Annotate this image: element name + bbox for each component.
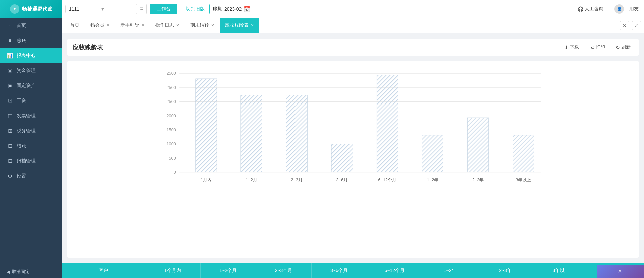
pin-icon: ◀	[7, 269, 10, 274]
divider	[609, 6, 609, 12]
calendar-icon[interactable]: 📅	[244, 6, 250, 12]
svg-text:3年以上: 3年以上	[516, 178, 531, 182]
col-6-12month: 6~12个月	[367, 263, 422, 278]
tab-oplog[interactable]: 操作日志 ✕	[150, 18, 185, 33]
sidebar-label-reports: 报表中心	[17, 53, 36, 59]
chevron-down-icon: ▼	[100, 6, 129, 12]
svg-rect-19	[241, 95, 262, 172]
page-header: 应收账龄表 ⬇ 下载 🖨 打印 ↻ 刷新	[67, 39, 639, 56]
table-header: 客户 1个月内 1~2个月 2~3个月 3~6个月 6~12个月 1~2年 2~…	[62, 263, 644, 278]
tab-period-end[interactable]: 期末结转 ✕	[185, 18, 220, 33]
sidebar-item-archive[interactable]: ⊟ 归档管理	[0, 153, 62, 168]
cancel-fixed-label: 取消固定	[12, 269, 30, 275]
svg-text:2~3年: 2~3年	[472, 178, 484, 182]
sidebar-item-settings[interactable]: ⚙ 设置	[0, 168, 62, 184]
sidebar-item-salary[interactable]: ⊡ 工资	[0, 93, 62, 108]
svg-rect-31	[513, 135, 534, 172]
user-area: 🎧 人工咨询 👤 用友	[578, 4, 639, 14]
sidebar-label-invoice: 发票管理	[17, 113, 36, 119]
main-layout: ⌂ 首页 ≡ 总账 📊 报表中心 ◎ 资金管理 ▣ 固定资产 ⊡ 工资 ◫ 发票…	[0, 18, 644, 278]
headset-icon: 🎧	[578, 6, 583, 12]
print-icon: 🖨	[590, 45, 594, 50]
sidebar-item-tax[interactable]: ⊞ 税务管理	[0, 123, 62, 138]
company-name: 1111	[69, 6, 98, 12]
download-button[interactable]: ⬇ 下载	[561, 43, 582, 52]
consult-button[interactable]: 🎧 人工咨询	[578, 6, 603, 12]
sidebar-label-funds: 资金管理	[17, 68, 36, 74]
consult-label: 人工咨询	[585, 6, 603, 12]
tab-label-period-end: 期末结转	[190, 22, 209, 28]
cancel-fixed-button[interactable]: ◀ 取消固定	[0, 265, 62, 278]
col-1month-label: 1个月内	[164, 268, 181, 274]
close-icon[interactable]: ✕	[176, 23, 179, 28]
svg-text:0: 0	[174, 170, 176, 175]
refresh-icon: ↻	[616, 45, 620, 50]
download-icon: ⬇	[564, 45, 568, 50]
assets-icon: ▣	[7, 82, 13, 89]
close-icon[interactable]: ✕	[251, 23, 254, 28]
sidebar: ⌂ 首页 ≡ 总账 📊 报表中心 ◎ 资金管理 ▣ 固定资产 ⊡ 工资 ◫ 发票…	[0, 18, 62, 278]
svg-text:500: 500	[169, 156, 176, 161]
sidebar-item-home[interactable]: ⌂ 首页	[0, 18, 62, 33]
tab-guide[interactable]: 新手引导 ✕	[115, 18, 150, 33]
sidebar-label-closing: 结账	[17, 143, 26, 149]
col-customer: 客户	[62, 263, 145, 278]
maximize-button[interactable]: ⤢	[632, 21, 641, 30]
refresh-label: 刷新	[621, 44, 631, 50]
col-3-6month: 3~6个月	[312, 263, 367, 278]
ledger-icon: ≡	[7, 38, 13, 44]
page-title: 应收账龄表	[73, 43, 103, 51]
tab-home[interactable]: 首页	[65, 18, 85, 33]
svg-text:3~6月: 3~6月	[336, 178, 348, 182]
switch-version-button[interactable]: 切到旧版	[181, 4, 210, 14]
sidebar-item-assets[interactable]: ▣ 固定资产	[0, 78, 62, 93]
ai-button[interactable]: Ai	[597, 265, 644, 278]
sidebar-item-ledger[interactable]: ≡ 总账	[0, 33, 62, 48]
salary-icon: ⊡	[7, 97, 13, 104]
svg-rect-25	[377, 75, 398, 172]
col-1-2month-label: 1~2个月	[219, 268, 237, 274]
refresh-button[interactable]: ↻ 刷新	[613, 43, 633, 52]
period-area: 账期 2023-02 📅	[213, 6, 250, 12]
svg-rect-21	[286, 95, 307, 172]
close-icon[interactable]: ✕	[141, 23, 145, 28]
header-actions: ⬇ 下载 🖨 打印 ↻ 刷新	[561, 43, 633, 52]
sidebar-item-closing[interactable]: ⊡ 结账	[0, 138, 62, 153]
user-name: 用友	[629, 6, 639, 12]
svg-text:6~12个月: 6~12个月	[378, 178, 397, 182]
svg-rect-23	[331, 144, 353, 172]
tab-label-oplog: 操作日志	[155, 22, 174, 28]
sidebar-item-funds[interactable]: ◎ 资金管理	[0, 63, 62, 78]
col-2-3month: 2~3个月	[256, 263, 311, 278]
print-button[interactable]: 🖨 打印	[587, 43, 608, 52]
workbench-button[interactable]: 工作台	[150, 4, 177, 14]
copy-button[interactable]: ⊟	[136, 4, 147, 14]
close-icon[interactable]: ✕	[106, 23, 110, 28]
col-2-3year: 2~3年	[478, 263, 533, 278]
avatar: 👤	[614, 4, 624, 14]
settings-icon: ⚙	[7, 173, 13, 179]
svg-text:1~2月: 1~2月	[246, 178, 257, 182]
sidebar-label-archive: 归档管理	[17, 158, 36, 164]
col-1-2year-label: 1~2年	[444, 268, 457, 274]
tab-ar-aging[interactable]: 应收账龄表 ✕	[220, 18, 259, 33]
svg-rect-17	[196, 79, 217, 172]
sidebar-item-reports[interactable]: 📊 报表中心	[0, 48, 62, 63]
sidebar-item-invoice[interactable]: ◫ 发票管理	[0, 108, 62, 123]
logo-icon: ✦	[10, 4, 19, 14]
sidebar-label-assets: 固定资产	[17, 83, 36, 89]
col-6-12month-label: 6~12个月	[384, 268, 405, 274]
col-1month: 1个月内	[145, 263, 201, 278]
col-3-6month-label: 3~6个月	[330, 268, 348, 274]
sidebar-label-ledger: 总账	[17, 38, 26, 44]
tab-actions: ✕ ⤢	[620, 21, 641, 30]
close-icon[interactable]: ✕	[211, 23, 214, 28]
company-selector[interactable]: 1111 ▼	[65, 5, 132, 13]
close-all-button[interactable]: ✕	[620, 21, 629, 30]
col-3year-plus: 3年以上	[533, 263, 589, 278]
tax-icon: ⊞	[7, 128, 13, 134]
col-2-3month-label: 2~3个月	[275, 268, 292, 274]
tab-member[interactable]: 畅会员 ✕	[85, 18, 115, 33]
period-label: 账期	[213, 6, 222, 12]
chart-svg: 2500 2500 2500 2000 1500 1000 500 0	[73, 66, 633, 194]
